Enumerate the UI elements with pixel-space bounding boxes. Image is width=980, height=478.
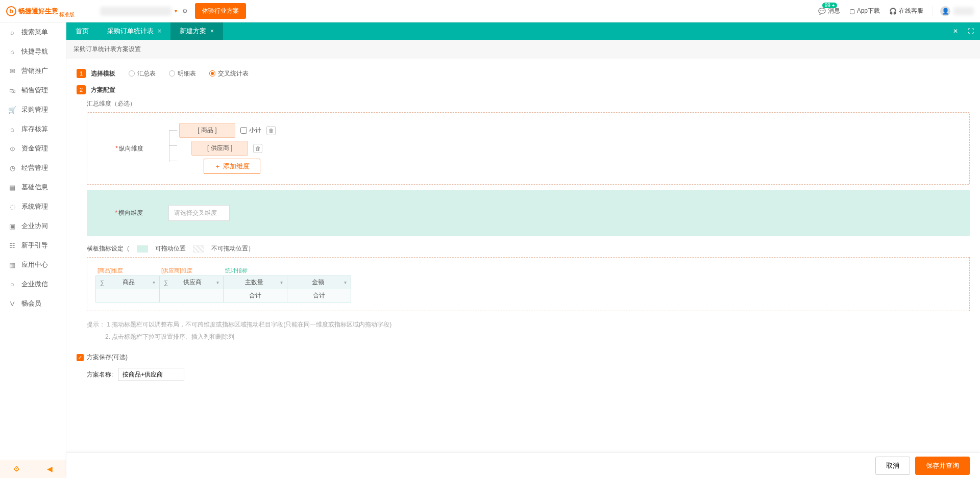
- avatar-icon: 👤: [940, 6, 950, 16]
- sidebar-item-inventory[interactable]: ⌂库存核算: [0, 119, 66, 139]
- footer-actions: 取消 保存并查询: [66, 452, 980, 478]
- app-header: b 畅捷通好生意 标准版 ▾ ⚙ 体验行业方案 💬 消息 99 + ▢ App下…: [0, 0, 980, 22]
- radio-cross[interactable]: 交叉统计表: [209, 69, 249, 78]
- tab-new-plan[interactable]: 新建方案×: [170, 22, 223, 40]
- close-all-tabs-button[interactable]: ✕: [948, 24, 963, 38]
- hint-2: 2. 点击标题栏下拉可设置排序、插入列和删除列: [105, 333, 234, 340]
- legend-drag-label: 可拖动位置: [155, 244, 186, 253]
- gift-icon: ✉: [8, 67, 16, 75]
- breadcrumb: 采购订单统计表方案设置: [66, 40, 980, 59]
- sidebar-item-search[interactable]: ⌕搜索菜单: [0, 22, 66, 42]
- warehouse-icon: ⌂: [8, 125, 16, 133]
- cancel-button[interactable]: 取消: [875, 457, 910, 475]
- logo-text: 畅捷通好生意: [18, 7, 58, 16]
- step-2-header: 2 方案配置: [77, 85, 970, 94]
- org-selector[interactable]: ▾: [100, 7, 177, 16]
- chevron-down-icon[interactable]: ▾: [344, 280, 347, 285]
- tab-purchase-stats[interactable]: 采购订单统计表×: [98, 22, 170, 40]
- radio-icon: [129, 70, 135, 77]
- col-label-product-dim: [商品]维度: [95, 266, 159, 275]
- plan-name-label: 方案名称:: [87, 370, 113, 379]
- sidebar-item-sales[interactable]: 🛍销售管理: [0, 81, 66, 100]
- user-menu[interactable]: 👤: [933, 6, 974, 16]
- tabbar-controls: ✕ ⛶: [948, 22, 980, 40]
- sidebar-item-system[interactable]: ◌系统管理: [0, 197, 66, 216]
- checkbox-input[interactable]: [240, 127, 247, 134]
- save-plan-checkbox[interactable]: ✓ 方案保存(可选): [77, 353, 128, 362]
- sidebar-item-quicknav[interactable]: ⌂快捷导航: [0, 42, 66, 61]
- sidebar-item-label: 营销推广: [21, 66, 48, 76]
- cell-total-amount: 合计: [287, 289, 351, 303]
- sidebar-item-newbie[interactable]: ☷新手引导: [0, 236, 66, 255]
- legend-title: 横板指标设定（: [87, 244, 130, 253]
- list-icon: ▤: [8, 184, 16, 191]
- save-section: ✓ 方案保存(可选) 方案名称:: [77, 353, 970, 381]
- tabbar: 首页 采购订单统计表× 新建方案× ✕ ⛶: [66, 22, 980, 40]
- cart-icon: 🛒: [8, 106, 16, 114]
- mobile-icon: ▢: [849, 8, 855, 15]
- search-icon: ⌕: [8, 29, 16, 36]
- bag-icon: 🛍: [8, 87, 16, 94]
- header-supplier[interactable]: ∑供应商▾: [160, 276, 224, 289]
- sidebar-item-label: 企业微信: [21, 280, 48, 289]
- delete-icon[interactable]: 🗑: [266, 126, 276, 135]
- sidebar: ⌕搜索菜单 ⌂快捷导航 ✉营销推广 🛍销售管理 🛒采购管理 ⌂库存核算 ⊙资金管…: [0, 22, 66, 478]
- chevron-down-icon[interactable]: ▾: [153, 280, 155, 285]
- col-label-stat-metric: 统计指标: [223, 266, 287, 275]
- sidebar-item-label: 销售管理: [21, 86, 48, 95]
- add-dimension-button[interactable]: ＋添加维度: [204, 159, 260, 174]
- online-service-button[interactable]: 🎧 在线客服: [889, 7, 923, 15]
- sidebar-item-finance[interactable]: ⊙资金管理: [0, 139, 66, 158]
- tab-label: 首页: [76, 27, 89, 36]
- subtotal-checkbox[interactable]: 小计: [240, 126, 261, 135]
- checkbox-checked-icon: ✓: [77, 354, 84, 361]
- add-dimension-row: ＋添加维度: [179, 159, 276, 174]
- experience-plan-button[interactable]: 体验行业方案: [195, 3, 246, 19]
- chevron-down-icon[interactable]: ▾: [216, 280, 219, 285]
- cross-dimension-select[interactable]: 请选择交叉维度: [168, 205, 230, 221]
- logo: b 畅捷通好生意: [6, 6, 58, 16]
- chevron-down-icon[interactable]: ▾: [280, 280, 283, 285]
- radio-detail[interactable]: 明细表: [169, 69, 196, 78]
- dimension-chip-product[interactable]: [ 商品 ]: [179, 123, 235, 138]
- tab-label: 新建方案: [180, 27, 206, 36]
- settings-icon[interactable]: ⚙: [182, 8, 188, 15]
- sidebar-item-collab[interactable]: ▣企业协同: [0, 216, 66, 236]
- messages-button[interactable]: 💬 消息 99 +: [818, 7, 840, 15]
- sidebar-item-appcenter[interactable]: ▦应用中心: [0, 255, 66, 274]
- collapse-icon[interactable]: ◀: [47, 465, 53, 473]
- delete-icon[interactable]: 🗑: [253, 144, 262, 153]
- sidebar-item-member[interactable]: V畅会员: [0, 294, 66, 313]
- plan-name-input[interactable]: [118, 368, 184, 381]
- sidebar-item-label: 库存核算: [21, 124, 48, 134]
- form-panel: 1 选择模板 汇总表 明细表 交叉统计表 2 方案配置 汇总维度（必选）: [66, 59, 980, 391]
- radio-label: 汇总表: [137, 69, 156, 78]
- sidebar-item-operation[interactable]: ◷经营管理: [0, 158, 66, 178]
- app-download-label: App下载: [857, 7, 880, 15]
- radio-summary[interactable]: 汇总表: [129, 69, 156, 78]
- vertical-dimension-box: *纵向维度 [ 商品 ] 小计 🗑: [87, 112, 970, 185]
- headset-icon: 🎧: [889, 8, 897, 15]
- app-download-button[interactable]: ▢ App下载: [849, 7, 880, 15]
- coin-icon: ⊙: [8, 145, 16, 153]
- sidebar-item-marketing[interactable]: ✉营销推广: [0, 61, 66, 81]
- close-icon[interactable]: ×: [158, 28, 161, 35]
- header-qty[interactable]: 主数量▾: [224, 276, 287, 289]
- header-product[interactable]: ∑商品▾: [96, 276, 160, 289]
- close-icon[interactable]: ×: [210, 28, 214, 35]
- sidebar-item-purchase[interactable]: 🛒采购管理: [0, 100, 66, 119]
- cell-total-qty: 合计: [224, 289, 287, 303]
- gear-icon[interactable]: ⚙: [13, 465, 20, 473]
- clock-icon: ◷: [8, 164, 16, 172]
- radio-label: 明细表: [178, 69, 196, 78]
- legend-swatch-draggable-icon: [137, 245, 148, 253]
- tab-home[interactable]: 首页: [66, 22, 98, 40]
- dimension-chip-supplier[interactable]: [ 供应商 ]: [191, 141, 248, 156]
- save-and-query-button[interactable]: 保存并查询: [915, 457, 970, 475]
- fullscreen-button[interactable]: ⛶: [964, 24, 978, 38]
- dimension-row-supplier: [ 供应商 ] 🗑: [179, 141, 276, 156]
- wechat-icon: ○: [8, 281, 16, 288]
- header-amount[interactable]: 金额▾: [287, 276, 351, 289]
- sidebar-item-wechat[interactable]: ○企业微信: [0, 274, 66, 294]
- sidebar-item-basicinfo[interactable]: ▤基础信息: [0, 178, 66, 197]
